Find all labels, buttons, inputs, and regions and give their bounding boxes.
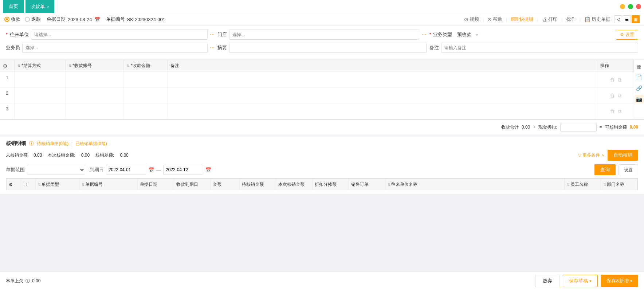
video-btn[interactable]: ⊙ 视频 — [464, 16, 479, 23]
td-account-1[interactable] — [66, 72, 124, 87]
shortcut-btn[interactable]: ⌨ 快捷键 — [511, 16, 534, 23]
plus-label: + — [533, 125, 535, 130]
receipt-radio[interactable]: 收款 — [4, 16, 20, 23]
right-panel: ▦ 📄 🔗 📷 — [634, 60, 644, 119]
copy-icon-3[interactable]: ⧉ — [618, 108, 621, 114]
form-row-2: 业务员 ··· 摘要 备注 — [6, 43, 638, 53]
nav-home[interactable]: 首页 — [3, 0, 24, 13]
td-account-2[interactable] — [66, 88, 124, 103]
td-settlement-3[interactable] — [15, 103, 66, 119]
copy-icon-1[interactable]: ⧉ — [618, 77, 621, 83]
bottom-table-header: ⚙ ☐ ⇅单据类型 ⇅单据编号 单据日期 收款到期日 金额 待核销金额 本次核销… — [6, 178, 638, 190]
due-date-field: 到期日 📅 — 📅 — [90, 165, 211, 175]
receipt-refund-group: 收款 退款 — [4, 16, 41, 23]
due-date-start-icon[interactable]: 📅 — [148, 167, 154, 173]
salesperson-dots[interactable]: ··· — [210, 44, 215, 51]
td-settlement-2[interactable] — [15, 88, 66, 103]
done-tab-link[interactable]: 已核销单据(0笔) — [75, 141, 107, 147]
operate-btn[interactable]: 操作 — [566, 16, 576, 23]
td-amount-2[interactable] — [124, 88, 168, 103]
bottom-checkbox[interactable]: ☐ — [23, 182, 27, 187]
bth-current: 本次核销金额 — [276, 179, 313, 190]
store-input[interactable] — [229, 30, 419, 40]
keyboard-icon: ⌨ — [511, 16, 518, 22]
layout-btn-left[interactable]: ◁ — [614, 15, 622, 23]
range-field: 单据范围 — [6, 165, 85, 175]
rp-link-icon[interactable]: 🔗 — [635, 84, 644, 93]
rp-camera-icon[interactable]: 📷 — [635, 95, 644, 103]
th-sort-account[interactable]: ⇅ — [68, 64, 71, 68]
range-label: 单据范围 — [6, 166, 25, 173]
remark-input[interactable] — [441, 43, 638, 53]
due-date-end[interactable] — [163, 165, 203, 175]
copy-icon-2[interactable]: ⧉ — [618, 93, 621, 99]
delete-icon-3[interactable]: 🗑 — [610, 108, 615, 114]
counterpart-dots[interactable]: ··· — [210, 31, 215, 38]
th-sort-amount[interactable]: ⇅ — [127, 64, 130, 68]
th-account: ⇅ *收款账号 — [66, 60, 124, 72]
counterpart-label: * 往来单位 — [6, 31, 29, 38]
biz-type-caret[interactable]: ▾ — [476, 32, 478, 38]
layout-btn-list[interactable]: ☰ — [623, 15, 631, 23]
due-date-end-icon[interactable]: 📅 — [205, 167, 211, 173]
info-icon[interactable]: ⓘ — [29, 140, 34, 147]
print-btn[interactable]: 🖨 打印 — [542, 16, 558, 23]
nav-tab-close[interactable]: × — [47, 4, 49, 9]
salesperson-input[interactable] — [22, 43, 208, 53]
layout-btn-grid[interactable]: ▦ — [632, 15, 640, 23]
number-field: 单据编号 SK-20230324-001 — [106, 16, 166, 23]
table-gear-icon[interactable]: ⚙ — [3, 63, 8, 69]
delete-icon-1[interactable]: 🗑 — [610, 77, 615, 83]
bth-gear[interactable]: ⚙ — [7, 180, 21, 190]
td-settlement-1[interactable] — [15, 72, 66, 87]
rp-table-icon[interactable]: ▦ — [635, 62, 644, 71]
discount-input[interactable] — [560, 123, 597, 132]
due-date-start[interactable] — [106, 165, 146, 175]
refund-radio-dot — [25, 17, 30, 22]
settings-btn2[interactable]: 设置 — [619, 164, 638, 175]
auto-writeoff-btn[interactable]: 自动核销 — [608, 150, 638, 161]
filter-action-btns: 查询 设置 — [594, 164, 638, 175]
th-gear[interactable]: ⚙ — [0, 60, 15, 72]
table-row: 1 🗑 ⧉ — [0, 72, 634, 88]
td-remark-2[interactable] — [168, 88, 597, 103]
window-minimize[interactable] — [620, 4, 625, 9]
window-close[interactable] — [636, 4, 641, 9]
th-sort-settlement[interactable]: ⇅ — [17, 64, 20, 68]
range-select[interactable] — [27, 165, 85, 175]
pending-tab-link[interactable]: 待核销单据(0笔) — [37, 141, 68, 147]
window-maximize[interactable] — [628, 4, 633, 9]
td-amount-3[interactable] — [124, 103, 168, 119]
td-account-3[interactable] — [66, 103, 124, 119]
td-action-3: 🗑 ⧉ — [597, 105, 634, 117]
store-dots[interactable]: ··· — [421, 31, 426, 38]
discount-label: 现金折扣: — [538, 124, 557, 130]
bth-doc-type: ⇅单据类型 — [36, 179, 79, 190]
number-value: SK-20230324-001 — [127, 17, 166, 22]
store-field: 门店 ··· — [217, 30, 426, 40]
settings-button[interactable]: ⚙ 设置 — [616, 30, 638, 40]
td-remark-1[interactable] — [168, 72, 597, 87]
query-btn[interactable]: 查询 — [594, 164, 616, 175]
history-btn[interactable]: 📋 历史单据 — [584, 16, 610, 23]
td-amount-1[interactable] — [124, 72, 168, 87]
more-conditions-btn[interactable]: ▽ 更多条件 ∧ — [578, 152, 605, 158]
counterpart-input[interactable] — [31, 30, 208, 40]
rp-doc-icon[interactable]: 📄 — [635, 73, 644, 82]
summary-input[interactable] — [229, 43, 426, 53]
bth-counterpart: ⇅往来单位名称 — [385, 179, 565, 190]
date-value: 2023-03-24 — [68, 17, 92, 22]
date-calendar-icon[interactable]: 📅 — [94, 17, 100, 22]
writeoff-section: 核销明细 ⓘ 待核销单据(0笔) | 已核销单据(0笔) 未核销金额 0.00 … — [0, 134, 644, 194]
writeoff-title: 核销明细 — [6, 140, 26, 147]
bottom-gear-icon[interactable]: ⚙ — [9, 182, 13, 187]
refund-radio[interactable]: 退款 — [25, 16, 41, 23]
help-btn[interactable]: ⊙ 帮助 — [487, 16, 502, 23]
funnel-icon: ▽ — [578, 153, 581, 158]
delete-icon-2[interactable]: 🗑 — [610, 93, 615, 98]
receipt-radio-dot — [4, 17, 9, 22]
bth-amount: 金额 — [211, 179, 240, 190]
bth-check[interactable]: ☐ — [21, 180, 36, 190]
td-remark-3[interactable] — [168, 103, 597, 119]
nav-tab-receipt[interactable]: 收款单 × — [25, 0, 54, 13]
